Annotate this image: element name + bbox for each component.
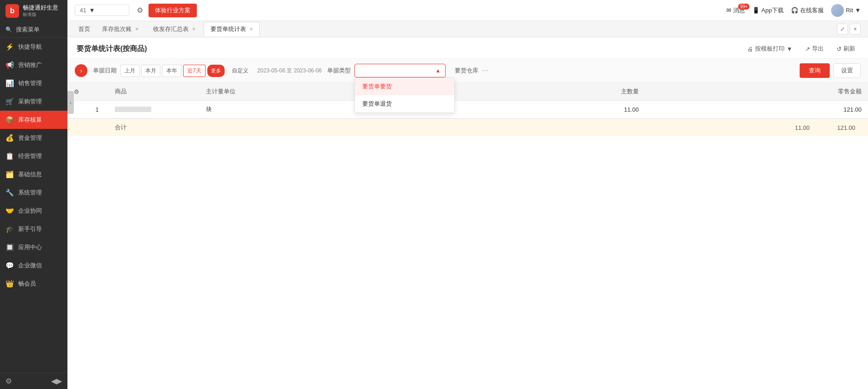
row-product-cell [108, 101, 200, 118]
marketing-icon: 📢 [5, 61, 14, 69]
footer-collapse-btn[interactable]: ◀▶ [51, 377, 62, 385]
system-icon: 🔧 [5, 189, 14, 197]
type-dropdown: 要货单要货 要货单退货 [354, 77, 455, 113]
logo-icon: b [5, 4, 19, 18]
page-title: 要货单统计表(按商品) [77, 44, 147, 54]
trial-btn[interactable]: 体验行业方案 [149, 4, 197, 17]
topbar-right: ✉ 消息 99+ 📱 App下载 🎧 在线客服 Rit ▼ [726, 4, 861, 17]
print-chevron-icon: ▼ [786, 46, 792, 52]
sidebar-item-cooperation[interactable]: 🤝 企业协同 [0, 202, 67, 220]
row-qty-cell: 11.00 [458, 101, 645, 118]
quick-nav-icon: ⚡ [5, 43, 14, 51]
sidebar-item-wechat[interactable]: 💬 企业微信 [0, 256, 67, 275]
type-select[interactable]: ▲ [354, 64, 446, 77]
sidebar-item-purchase[interactable]: 🛒 采购管理 [0, 92, 67, 111]
dropdown-item-order-return[interactable]: 要货单退货 [355, 95, 454, 113]
dropdown-item-order-goods[interactable]: 要货单要货 [355, 78, 454, 95]
query-btn[interactable]: 查询 [800, 63, 830, 78]
row-amount-cell: 121.00 [645, 101, 868, 118]
store-selector[interactable]: 41 ▼ [75, 5, 129, 16]
tab-receipts-summary[interactable]: 收发存汇总表 × [147, 22, 202, 36]
sidebar-item-base[interactable]: 🗂️ 基础信息 [0, 165, 67, 184]
purchase-icon: 🛒 [5, 97, 14, 106]
sidebar-item-members[interactable]: 👑 畅会员 [0, 275, 67, 293]
tab-close-all-btn[interactable]: × [850, 24, 861, 35]
page-header: 要货单统计表(按商品) 🖨 按模板打印 ▼ ↗ 导出 ↺ 刷新 [67, 37, 868, 59]
sidebar-nav: ⚡ 快捷导航 📢 营销推广 📊 销售管理 🛒 采购管理 📦 库存核算 💰 资金管… [0, 38, 67, 373]
date-quick-btns: 上月 本月 本年 近7天 更多 [120, 65, 225, 77]
date-filter-group: 单据日期 上月 本月 本年 近7天 更多 自定义 2023-05-06 至 20… [93, 65, 322, 77]
message-icon: ✉ [726, 7, 731, 14]
sidebar-item-operations[interactable]: 📋 经营管理 [0, 147, 67, 165]
cooperation-icon: 🤝 [5, 207, 14, 215]
col-index-header [86, 83, 108, 101]
date-range-display: 2023-05-06 至 2023-06-06 [257, 67, 322, 75]
export-icon: ↗ [805, 46, 810, 52]
finance-icon: 💰 [5, 134, 14, 142]
sidebar: b 畅捷通好生意 标准版 🔍 搜索菜单 ⚡ 快捷导航 📢 营销推广 📊 销售管理… [0, 0, 67, 389]
page-actions: 🖨 按模板打印 ▼ ↗ 导出 ↺ 刷新 [744, 43, 859, 55]
table-row: 1 块 11.00 [67, 101, 868, 118]
sidebar-item-finance[interactable]: 💰 资金管理 [0, 129, 67, 147]
template-print-btn[interactable]: 🖨 按模板打印 ▼ [744, 43, 796, 55]
topbar-left: 41 ▼ ⚙ 体验行业方案 [75, 4, 726, 17]
download-icon: 📱 [752, 7, 760, 14]
row-index-cell: 1 [86, 101, 108, 118]
app-download-btn[interactable]: 📱 App下载 [752, 6, 784, 15]
date-custom-btn[interactable]: 自定义 [228, 65, 252, 77]
expand-filter-btn[interactable]: › [75, 64, 87, 77]
app-logo: b 畅捷通好生意 标准版 [0, 0, 67, 22]
refresh-icon: ↺ [837, 46, 842, 52]
sidebar-item-quick-nav[interactable]: ⚡ 快捷导航 [0, 38, 67, 56]
store-selector-chevron: ▼ [89, 7, 95, 14]
footer-settings-btn[interactable]: ⚙ [5, 377, 12, 385]
type-select-container: ▲ 要货单要货 要货单退货 [354, 64, 446, 77]
print-icon: 🖨 [747, 46, 753, 52]
date-btn-current[interactable]: 本月 [141, 65, 160, 77]
col-qty-header: 主数量 [458, 83, 645, 101]
guide-icon: 🎓 [5, 225, 14, 233]
messages-btn[interactable]: ✉ 消息 99+ [726, 6, 745, 15]
data-table-container: ⚙ 商品 主计量单位 主数量 [67, 83, 868, 118]
tab-order-stats[interactable]: 要货单统计表 × [204, 22, 260, 36]
product-name-placeholder [115, 107, 151, 112]
tabs-actions: ⤢ × [837, 24, 861, 35]
tab-inventory-batch[interactable]: 库存批次账 × [96, 22, 145, 36]
date-btn-more[interactable]: 更多 [207, 65, 225, 77]
filter-bar: › 单据日期 上月 本月 本年 近7天 更多 自定义 2023-05-06 至 … [67, 59, 868, 83]
sidebar-item-sales[interactable]: 📊 销售管理 [0, 74, 67, 92]
filter-settings-btn[interactable]: 设置 [833, 63, 861, 78]
warehouse-more-btn[interactable]: ··· [482, 67, 488, 75]
tab-close-receipts-summary[interactable]: × [192, 26, 195, 32]
col-amount-header: 零售金额 [645, 83, 868, 101]
sidebar-item-marketing[interactable]: 📢 营销推广 [0, 56, 67, 74]
type-filter-group: 单据类型 ▲ 要货单要货 要货单退货 [327, 64, 446, 77]
main-area: 41 ▼ ⚙ 体验行业方案 ✉ 消息 99+ 📱 App下载 🎧 在 [67, 0, 868, 389]
topbar-settings-icon[interactable]: ⚙ [137, 6, 143, 15]
date-btn-up[interactable]: 上月 [120, 65, 139, 77]
sidebar-item-system[interactable]: 🔧 系统管理 [0, 184, 67, 202]
members-icon: 👑 [5, 280, 14, 288]
export-btn[interactable]: ↗ 导出 [801, 43, 827, 55]
warehouse-filter-group: 要货仓库 ··· [451, 67, 488, 75]
online-service-btn[interactable]: 🎧 在线客服 [791, 6, 824, 15]
sidebar-toggle-btn[interactable]: › [67, 91, 74, 114]
type-select-arrow-icon: ▲ [435, 67, 441, 74]
col-product-header: 商品 [108, 83, 200, 101]
search-menu[interactable]: 🔍 搜索菜单 [0, 22, 67, 38]
date-btn-last7[interactable]: 近7天 [183, 65, 205, 77]
refresh-btn[interactable]: ↺ 刷新 [833, 43, 859, 55]
user-avatar[interactable]: Rit ▼ [831, 4, 861, 17]
sidebar-item-inventory[interactable]: 📦 库存核算 [0, 111, 67, 129]
operations-icon: 📋 [5, 152, 14, 160]
date-btn-year[interactable]: 本年 [162, 65, 181, 77]
tabs-bar: 首页 库存批次账 × 收发存汇总表 × 要货单统计表 × ⤢ × [67, 21, 868, 37]
table-footer: 合计 11.00 121.00 [67, 118, 868, 136]
tab-expand-btn[interactable]: ⤢ [837, 24, 848, 35]
apps-icon: 🔲 [5, 243, 14, 251]
sidebar-item-apps[interactable]: 🔲 应用中心 [0, 238, 67, 256]
tab-close-inventory-batch[interactable]: × [135, 26, 139, 32]
sidebar-item-guide[interactable]: 🎓 新手引导 [0, 220, 67, 238]
tab-home[interactable]: 首页 [75, 22, 94, 36]
tab-close-order-stats[interactable]: × [250, 26, 253, 32]
